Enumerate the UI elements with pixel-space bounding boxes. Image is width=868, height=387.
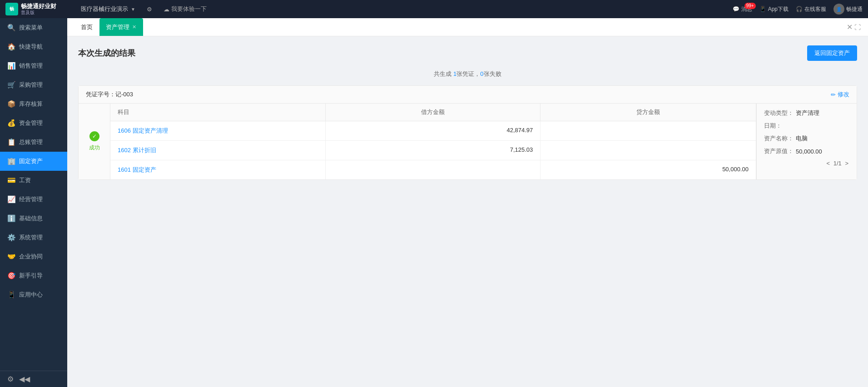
sidebar-icon-fixed-assets: 🏢 (7, 157, 15, 165)
sidebar-item-app-center[interactable]: 📱应用中心 (0, 285, 67, 304)
sidebar-item-sales[interactable]: 📊销售管理 (0, 56, 67, 75)
cell-subject-2[interactable]: 1601 固定资产 (110, 160, 326, 179)
sidebar-label-payroll: 工资 (19, 176, 31, 184)
experience-button[interactable]: ☁ 我要体验一下 (164, 5, 207, 13)
sidebar-item-guide[interactable]: 🎯新手引导 (0, 266, 67, 285)
company-selector[interactable]: 医疗器械行业演示 ▼ (77, 3, 139, 15)
notifications-button[interactable]: 💬 消息 99+ (733, 5, 752, 13)
pagination-prev[interactable]: < (827, 160, 830, 167)
asset-name-value: 电脑 (796, 134, 808, 143)
cell-credit-0 (541, 121, 756, 140)
tab-asset-label: 资产管理 (106, 23, 129, 31)
cell-debit-0: 42,874.97 (326, 121, 541, 140)
col-credit: 贷方金额 (541, 104, 756, 121)
sidebar-item-quick-nav[interactable]: 🏠快捷导航 (0, 37, 67, 56)
experience-label: 我要体验一下 (171, 5, 207, 13)
sidebar-label-system: 系统管理 (19, 233, 43, 242)
edit-label: 修改 (838, 90, 849, 99)
sidebar-label-fixed-assets: 固定资产 (19, 157, 43, 165)
pagination-next[interactable]: > (845, 160, 848, 167)
sidebar-icon-purchase: 🛒 (7, 81, 15, 89)
tab-bar: 首页 资产管理 ✕ ✕ ⛶ (67, 18, 868, 36)
tab-home-label: 首页 (81, 23, 93, 31)
asset-name-label: 资产名称： (764, 134, 796, 143)
main-layout: 🔍搜索菜单🏠快捷导航📊销售管理🛒采购管理📦库存核算💰资金管理📋总账管理🏢固定资产… (0, 18, 868, 387)
sidebar-icon-basic-info: ℹ️ (7, 214, 15, 223)
bell-icon: 💬 (733, 6, 739, 12)
panel-expand-button[interactable]: ⛶ (854, 24, 861, 31)
sidebar-label-inventory: 库存核算 (19, 100, 43, 108)
cell-credit-2: 50,000.00 (541, 160, 756, 179)
avatar: 👤 (833, 4, 844, 15)
content-area: 首页 资产管理 ✕ ✕ ⛶ 本次生成的结果 返回固定资产 共生成 1张 (67, 18, 868, 387)
sidebar-item-ledger[interactable]: 📋总账管理 (0, 133, 67, 152)
sidebar-item-system[interactable]: ⚙️系统管理 (0, 228, 67, 247)
headset-icon: 🎧 (796, 6, 803, 12)
sidebar-label-sales: 销售管理 (19, 62, 43, 70)
top-bar-right: 💬 消息 99+ 📱 App下载 🎧 在线客服 👤 畅捷通 (733, 4, 863, 15)
online-service-label: 在线客服 (804, 5, 826, 13)
notifications-badge: 99+ (744, 3, 756, 9)
sidebar-item-enterprise[interactable]: 🤝企业协同 (0, 247, 67, 266)
sidebar-item-finance[interactable]: 💰资金管理 (0, 114, 67, 133)
side-panel-date: 日期： (764, 122, 849, 130)
table-rows: 1606 固定资产清理 42,874.97 1602 累计折旧 7,125.03… (110, 121, 756, 179)
col-debit: 借方金额 (326, 104, 541, 121)
sidebar-icon-sales: 📊 (7, 62, 15, 70)
sidebar-item-purchase[interactable]: 🛒采购管理 (0, 75, 67, 94)
sidebar-item-search[interactable]: 🔍搜索菜单 (0, 18, 67, 37)
check-icon: ✓ (92, 133, 97, 139)
sidebar-label-purchase: 采购管理 (19, 81, 43, 89)
return-button[interactable]: 返回固定资产 (807, 45, 857, 61)
tab-asset-management[interactable]: 资产管理 ✕ (99, 18, 143, 36)
page-header: 本次生成的结果 返回固定资产 (78, 45, 857, 61)
panel-close-button[interactable]: ✕ (847, 23, 853, 31)
logo-icon: 畅 (5, 3, 18, 15)
top-bar-center: 医疗器械行业演示 ▼ ⚙ ☁ 我要体验一下 (73, 2, 733, 16)
sidebar-label-ledger: 总账管理 (19, 138, 43, 146)
sidebar-icon-payroll: 💳 (7, 176, 15, 184)
sidebar-item-basic-info[interactable]: ℹ️基础信息 (0, 209, 67, 228)
tab-home[interactable]: 首页 (74, 18, 99, 36)
gear-icon: ⚙ (147, 6, 152, 13)
cell-subject-1[interactable]: 1602 累计折旧 (110, 141, 326, 160)
tab-close-icon[interactable]: ✕ (132, 24, 136, 30)
sidebar-icon-inventory: 📦 (7, 100, 15, 108)
expand-icon: ⛶ (854, 24, 861, 31)
sidebar-settings-icon[interactable]: ⚙ (7, 375, 14, 383)
voucher-header: 凭证字号：记-003 ✏ 修改 (79, 86, 857, 104)
edit-button[interactable]: ✏ 修改 (831, 90, 849, 99)
sidebar-item-inventory[interactable]: 📦库存核算 (0, 94, 67, 114)
sidebar-label-operations: 经营管理 (19, 195, 43, 203)
sidebar-label-finance: 资金管理 (19, 119, 43, 127)
sidebar-item-operations[interactable]: 📈经营管理 (0, 190, 67, 209)
status-circle: ✓ (89, 131, 99, 141)
result-summary: 共生成 1张凭证，0张失败 (78, 70, 857, 78)
cloud-icon: ☁ (164, 6, 169, 13)
sidebar-icon-enterprise: 🤝 (7, 253, 15, 261)
user-profile-button[interactable]: 👤 畅捷通 (833, 4, 863, 15)
edit-icon: ✏ (831, 91, 836, 98)
change-type-label: 变动类型： (764, 109, 796, 117)
original-value-label: 资产原值： (764, 147, 796, 155)
cell-subject-0[interactable]: 1606 固定资产清理 (110, 121, 326, 140)
app-download-button[interactable]: 📱 App下载 (759, 5, 789, 13)
sidebar-icon-system: ⚙️ (7, 233, 15, 242)
page-content: 本次生成的结果 返回固定资产 共生成 1张凭证，0张失败 凭证字号：记-003 … (67, 36, 868, 387)
app-logo: 畅 畅捷通好业财 普及版 (5, 3, 73, 15)
voucher-body: ✓ 成功 科目 借方金额 贷方金额 1606 固定资产清理 (79, 104, 857, 179)
settings-button[interactable]: ⚙ (143, 2, 156, 16)
online-service-button[interactable]: 🎧 在线客服 (796, 5, 826, 13)
sidebar-collapse-icon[interactable]: ◀◀ (19, 375, 30, 383)
sidebar-item-payroll[interactable]: 💳工资 (0, 171, 67, 190)
table-row: 1601 固定资产 50,000.00 (110, 160, 756, 179)
pagination-info: 1/1 (833, 160, 843, 167)
sidebar-item-fixed-assets[interactable]: 🏢固定资产 (0, 152, 67, 171)
table-header: 科目 借方金额 贷方金额 (110, 104, 756, 121)
cell-debit-2 (326, 160, 541, 179)
sidebar-icon-app-center: 📱 (7, 291, 15, 299)
status-column: ✓ 成功 (79, 104, 110, 179)
user-name: 畅捷通 (846, 5, 863, 13)
chevron-down-icon: ▼ (131, 7, 135, 12)
sidebar-icon-quick-nav: 🏠 (7, 43, 15, 51)
